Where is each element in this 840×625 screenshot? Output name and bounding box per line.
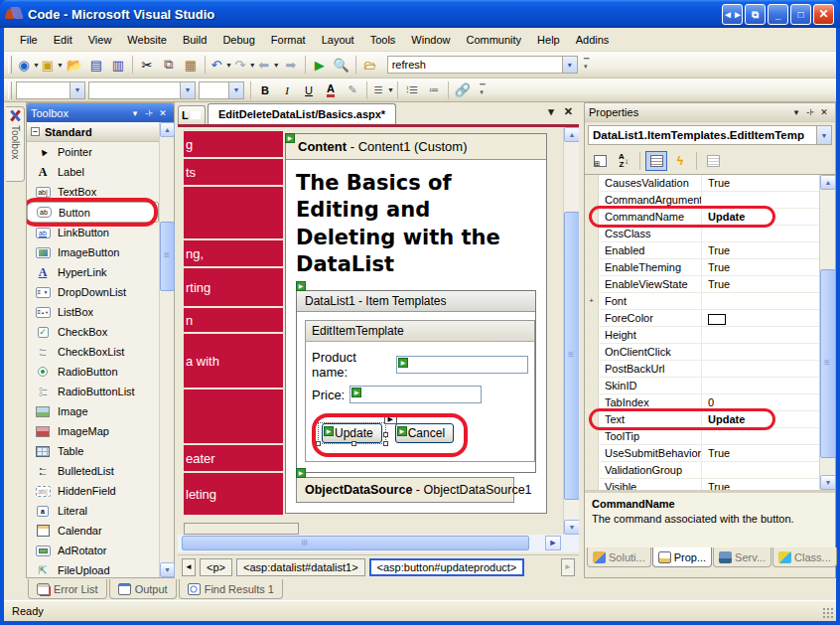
highlight-button[interactable]: ✎ xyxy=(342,79,363,101)
properties-view-button[interactable] xyxy=(645,151,667,171)
add-item-button[interactable]: ▣▼ xyxy=(40,54,64,76)
toolbar-overflow-icon[interactable]: ▔▾ xyxy=(477,86,489,94)
scroll-down-icon[interactable]: ▼ xyxy=(564,520,579,535)
design-vertical-scrollbar[interactable]: ▲ ▼ xyxy=(563,127,579,535)
property-value[interactable]: True xyxy=(702,175,819,191)
scroll-up-icon[interactable]: ▲ xyxy=(160,122,175,137)
property-row-commandname[interactable]: CommandNameUpdate xyxy=(585,209,819,226)
smart-tag-arrow-icon[interactable]: ▶ xyxy=(384,413,397,424)
property-value[interactable] xyxy=(702,378,819,393)
toolbar-grip[interactable] xyxy=(8,81,12,99)
property-value[interactable] xyxy=(702,192,819,208)
tool-tab-class-view[interactable]: Class... xyxy=(772,547,837,567)
minimize-button[interactable]: _ xyxy=(768,4,788,25)
toolbar-grip[interactable] xyxy=(8,56,12,74)
selection-handle[interactable] xyxy=(351,441,356,446)
selection-handle[interactable] xyxy=(383,432,388,437)
toolbox-item-bulletedlist[interactable]: •–•–BulletedList xyxy=(27,461,159,481)
property-row-usesubmitbehavior[interactable]: UseSubmitBehaviorTrue xyxy=(585,445,819,462)
menu-help[interactable]: Help xyxy=(529,30,568,50)
toolbox-item-button[interactable]: abButton xyxy=(27,202,159,223)
new-website-button[interactable]: ◉▼ xyxy=(16,54,40,76)
tool-tab-solution-explorer[interactable]: Soluti... xyxy=(587,547,651,567)
menu-website[interactable]: Website xyxy=(119,30,175,50)
document-tab-partial[interactable]: L xyxy=(178,105,206,124)
property-value[interactable]: True xyxy=(702,242,819,258)
maximize-button[interactable]: □ xyxy=(790,4,811,25)
float-window-button[interactable]: ⧉ xyxy=(745,4,766,25)
property-value[interactable] xyxy=(702,428,819,444)
panel-tab-output[interactable]: Output xyxy=(109,579,177,599)
close-icon[interactable]: ✕ xyxy=(817,107,831,117)
property-row-onclientclick[interactable]: OnClientClick xyxy=(585,344,819,361)
toolbox-group-standard[interactable]: − Standard xyxy=(27,122,159,142)
toolbar-overflow-icon[interactable]: ▔▾ xyxy=(581,61,593,69)
property-value[interactable] xyxy=(702,361,819,377)
scrollbar-thumb[interactable] xyxy=(820,269,835,458)
alphabetical-button[interactable]: AZ↓ xyxy=(613,151,634,171)
toolbox-item-radiobutton[interactable]: RadioButton xyxy=(27,362,159,382)
toolbox-item-calendar[interactable]: Calendar xyxy=(27,521,159,541)
toolbox-item-imagemap[interactable]: ImageMap xyxy=(27,421,159,441)
resize-grip[interactable] xyxy=(822,607,834,619)
cut-button[interactable]: ✂ xyxy=(136,54,158,76)
font-combo[interactable]: ▼ xyxy=(88,81,196,99)
edit-item-template-header[interactable]: EditItemTemplate xyxy=(306,321,534,342)
events-button[interactable]: ϟ xyxy=(669,151,691,171)
property-value[interactable] xyxy=(702,327,819,343)
toolbox-item-pointer[interactable]: ►Pointer xyxy=(27,142,159,162)
property-row-cssclass[interactable]: CssClass xyxy=(585,226,819,242)
underline-button[interactable]: U xyxy=(298,79,320,101)
object-selector-combo[interactable]: DataList1.ItemTemplates.EditItemTemp ▼ xyxy=(588,125,832,145)
product-name-input[interactable]: ▶ xyxy=(396,356,528,374)
style-combo[interactable]: ▼ xyxy=(16,81,85,99)
tag-path-item[interactable]: <p> xyxy=(200,558,232,576)
property-row-validationgroup[interactable]: ValidationGroup xyxy=(585,462,819,479)
menu-edit[interactable]: Edit xyxy=(46,30,80,50)
toolbox-item-listbox[interactable]: ≡▲▼ListBox xyxy=(27,302,159,322)
scroll-up-icon[interactable]: ▲ xyxy=(820,175,835,190)
menu-tools[interactable]: Tools xyxy=(362,30,404,50)
property-row-forecolor[interactable]: ForeColor xyxy=(585,310,819,327)
toolbox-item-dropdownlist[interactable]: ≡▼DropDownList xyxy=(27,282,159,302)
bold-button[interactable]: B xyxy=(254,79,276,101)
objectdatasource-control[interactable]: ▶ ObjectDataSource - ObjectDataSource1 xyxy=(296,477,514,503)
property-value[interactable]: 0 xyxy=(702,394,819,410)
toolbox-item-image[interactable]: Image xyxy=(27,401,159,421)
property-row-text[interactable]: TextUpdate xyxy=(585,411,819,428)
property-value[interactable] xyxy=(702,462,819,478)
property-row-causesvalidation[interactable]: CausesValidationTrue xyxy=(585,175,819,192)
close-button[interactable]: ✕ xyxy=(813,4,834,25)
pin-icon[interactable]: -⊦ xyxy=(803,107,817,117)
tag-path-item[interactable]: <asp:datalist#datalist1> xyxy=(236,558,365,576)
property-row-postbackurl[interactable]: PostBackUrl xyxy=(585,361,819,378)
toolbox-item-checkbox[interactable]: ✓CheckBox xyxy=(27,322,159,342)
menu-view[interactable]: View xyxy=(80,30,120,50)
toolbox-item-table[interactable]: Table xyxy=(27,441,159,461)
toolbox-item-adrotator[interactable]: AdRotator xyxy=(27,541,159,560)
view-in-browser-button[interactable]: 🔍 xyxy=(331,54,352,76)
italic-button[interactable]: I xyxy=(276,79,298,101)
property-row-enabletheming[interactable]: EnableThemingTrue xyxy=(585,259,819,276)
menu-window[interactable]: Window xyxy=(403,30,458,50)
tool-tab-server-explorer[interactable]: Serv... xyxy=(713,547,771,567)
bullets-button[interactable]: ⁝☰ xyxy=(401,79,423,101)
align-left-button[interactable]: ☰▼ xyxy=(370,79,394,101)
scroll-right-icon[interactable]: ► xyxy=(545,536,561,550)
content-control[interactable]: ▶ Content - Content1 (Custom) The Basics… xyxy=(285,133,547,514)
toolbox-item-textbox[interactable]: ab|TextBox xyxy=(27,182,159,202)
property-value[interactable]: True xyxy=(702,445,819,461)
toolbox-item-literal[interactable]: aLiteral xyxy=(27,501,159,521)
toolbox-item-radiobuttonlist[interactable]: ○–○–RadioButtonList xyxy=(27,382,159,401)
property-value[interactable] xyxy=(702,226,819,241)
window-position-icon[interactable]: ▾ xyxy=(789,107,803,117)
property-value[interactable]: Update xyxy=(702,411,819,427)
active-files-icon[interactable]: ▾ xyxy=(548,105,554,118)
chevron-down-icon[interactable]: ▼ xyxy=(180,82,195,98)
pin-icon[interactable]: -⊦ xyxy=(142,108,156,118)
paste-button[interactable]: ▦ xyxy=(180,54,202,76)
menu-debug[interactable]: Debug xyxy=(214,30,262,50)
close-document-icon[interactable]: ✕ xyxy=(564,105,573,118)
chevron-down-icon[interactable]: ▼ xyxy=(228,82,243,98)
scroll-up-icon[interactable]: ▲ xyxy=(564,127,579,142)
